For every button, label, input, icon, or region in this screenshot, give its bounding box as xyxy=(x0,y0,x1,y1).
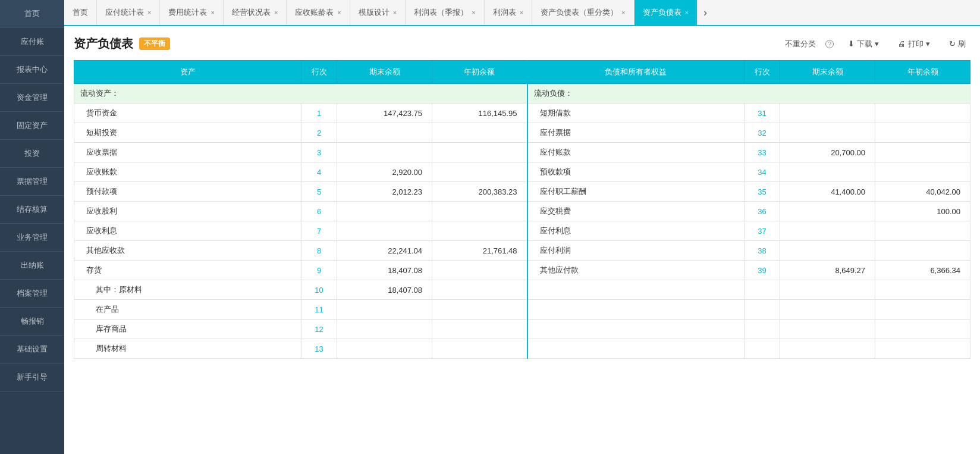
sidebar: 首页 应付账 报表中心 资金管理 固定资产 投资 票据管理 结存核算 业务管理 … xyxy=(0,0,64,454)
table-row[interactable]: 应收利息 7 应付利息 37 xyxy=(74,221,970,241)
liability-start-balance xyxy=(875,280,970,300)
sidebar-item-fund[interactable]: 资金管理 xyxy=(0,84,64,112)
table-row[interactable]: 其中：原材料 10 18,407.08 xyxy=(74,280,970,300)
sidebar-item-inventory[interactable]: 结存核算 xyxy=(0,196,64,224)
liability-row-number: 33 xyxy=(745,143,780,162)
tab-profit[interactable]: 利润表 × xyxy=(485,0,532,26)
asset-start-balance xyxy=(432,221,527,241)
col-header-row-left: 行次 xyxy=(301,61,337,84)
info-icon[interactable]: ? xyxy=(825,40,834,48)
close-icon[interactable]: × xyxy=(685,9,689,16)
table-row[interactable]: 库存商品 12 xyxy=(74,320,970,339)
liability-name xyxy=(527,300,745,320)
tab-payable-stats[interactable]: 应付统计表 × xyxy=(97,0,160,26)
no-reclass-label: 不重分类 xyxy=(785,39,816,49)
col-header-row-right: 行次 xyxy=(745,61,780,84)
asset-start-balance: 21,761.48 xyxy=(432,241,527,261)
liability-name xyxy=(527,320,745,339)
liability-end-balance: 8,649.27 xyxy=(780,261,875,280)
tab-balance-sheet[interactable]: 资产负债表 × xyxy=(635,0,698,26)
main-area: 首页 应付统计表 × 费用统计表 × 经营状况表 × 应收账龄表 × 模版设计 … xyxy=(64,0,980,454)
sidebar-item-payable[interactable]: 应付账 xyxy=(0,28,64,56)
asset-name: 货币资金 xyxy=(74,104,301,123)
asset-start-balance: 200,383.23 xyxy=(432,182,527,202)
liability-end-balance xyxy=(780,104,875,123)
asset-end-balance xyxy=(337,339,432,359)
print-button[interactable]: 🖨 打印 ▾ xyxy=(893,36,935,52)
liability-end-balance xyxy=(780,300,875,320)
col-header-end-right: 期末余额 xyxy=(780,61,875,84)
liability-start-balance xyxy=(875,320,970,339)
liability-end-balance xyxy=(780,241,875,261)
liability-name: 短期借款 xyxy=(527,104,745,123)
tab-template-design[interactable]: 模版设计 × xyxy=(350,0,406,26)
sidebar-item-guide[interactable]: 新手引导 xyxy=(0,364,64,392)
tab-profit-quarterly[interactable]: 利润表（季报） × xyxy=(406,0,484,26)
close-icon[interactable]: × xyxy=(472,9,475,16)
sidebar-item-invest[interactable]: 投资 xyxy=(0,140,64,168)
asset-end-balance: 147,423.75 xyxy=(337,104,432,123)
liability-start-balance xyxy=(875,123,970,143)
table-row[interactable]: 周转材料 13 xyxy=(74,339,970,359)
close-icon[interactable]: × xyxy=(211,9,214,16)
asset-row-number: 3 xyxy=(301,143,337,162)
liability-row-number: 35 xyxy=(745,182,780,202)
refresh-button[interactable]: ↻ 刷 xyxy=(944,36,970,52)
liability-name xyxy=(527,339,745,359)
tab-operations[interactable]: 经营状况表 × xyxy=(224,0,287,26)
sidebar-item-business[interactable]: 业务管理 xyxy=(0,224,64,252)
sidebar-item-fixed-assets[interactable]: 固定资产 xyxy=(0,112,64,140)
table-row[interactable]: 货币资金 1 147,423.75 116,145.95 短期借款 31 xyxy=(74,104,970,123)
section-right-label: 流动负债： xyxy=(527,84,970,104)
liability-row-number: 36 xyxy=(745,202,780,221)
close-icon[interactable]: × xyxy=(147,9,151,16)
sidebar-item-bills[interactable]: 票据管理 xyxy=(0,168,64,196)
page-header: 资产负债表 不平衡 不重分类 ? ⬇ 下载 ▾ 🖨 打印 ▾ ↻ 刷 xyxy=(74,36,970,52)
sidebar-item-expense[interactable]: 畅报销 xyxy=(0,308,64,336)
asset-name: 其他应收款 xyxy=(74,241,301,261)
table-row[interactable]: 存货 9 18,407.08 其他应付款 39 8,649.27 6,366.3… xyxy=(74,261,970,280)
table-row[interactable]: 应收账款 4 2,920.00 预收款项 34 xyxy=(74,162,970,182)
liability-name: 应交税费 xyxy=(527,202,745,221)
sidebar-item-cashbook[interactable]: 出纳账 xyxy=(0,252,64,280)
liability-row-number: 39 xyxy=(745,261,780,280)
table-row[interactable]: 短期投资 2 应付票据 32 xyxy=(74,123,970,143)
sidebar-item-archive[interactable]: 档案管理 xyxy=(0,280,64,308)
liability-name xyxy=(527,280,745,300)
sidebar-item-home[interactable]: 首页 xyxy=(0,0,64,28)
download-icon: ⬇ xyxy=(848,39,855,48)
chevron-down-icon: ▾ xyxy=(875,39,879,48)
liability-name: 应付利息 xyxy=(527,221,745,241)
asset-start-balance xyxy=(432,300,527,320)
asset-row-number: 7 xyxy=(301,221,337,241)
download-button[interactable]: ⬇ 下载 ▾ xyxy=(843,36,884,52)
close-icon[interactable]: × xyxy=(274,9,278,16)
tab-ar-aging[interactable]: 应收账龄表 × xyxy=(287,0,350,26)
table-row[interactable]: 应收票据 3 应付账款 33 20,700.00 xyxy=(74,143,970,162)
table-row[interactable]: 在产品 11 xyxy=(74,300,970,320)
tab-more-button[interactable]: › xyxy=(698,0,713,26)
asset-row-number: 6 xyxy=(301,202,337,221)
liability-start-balance: 6,366.34 xyxy=(875,261,970,280)
page-content: 资产负债表 不平衡 不重分类 ? ⬇ 下载 ▾ 🖨 打印 ▾ ↻ 刷 xyxy=(64,26,980,454)
tab-home[interactable]: 首页 xyxy=(64,0,97,26)
table-row[interactable]: 应收股利 6 应交税费 36 100.00 xyxy=(74,202,970,221)
chevron-down-icon: ▾ xyxy=(926,39,930,48)
asset-row-number: 2 xyxy=(301,123,337,143)
asset-end-balance xyxy=(337,221,432,241)
sidebar-item-reports[interactable]: 报表中心 xyxy=(0,56,64,84)
close-icon[interactable]: × xyxy=(621,9,625,16)
close-icon[interactable]: × xyxy=(393,9,397,16)
asset-end-balance: 22,241.04 xyxy=(337,241,432,261)
tab-expense-stats[interactable]: 费用统计表 × xyxy=(160,0,223,26)
close-icon[interactable]: × xyxy=(337,9,341,16)
asset-end-balance xyxy=(337,202,432,221)
table-row[interactable]: 预付款项 5 2,012.23 200,383.23 应付职工薪酬 35 41,… xyxy=(74,182,970,202)
close-icon[interactable]: × xyxy=(520,9,523,16)
sidebar-item-settings[interactable]: 基础设置 xyxy=(0,336,64,364)
table-section-header: 流动资产： 流动负债： xyxy=(74,84,970,104)
tab-balance-reclassified[interactable]: 资产负债表（重分类） × xyxy=(532,0,634,26)
table-row[interactable]: 其他应收款 8 22,241.04 21,761.48 应付利润 38 xyxy=(74,241,970,261)
asset-start-balance xyxy=(432,143,527,162)
liability-start-balance xyxy=(875,104,970,123)
